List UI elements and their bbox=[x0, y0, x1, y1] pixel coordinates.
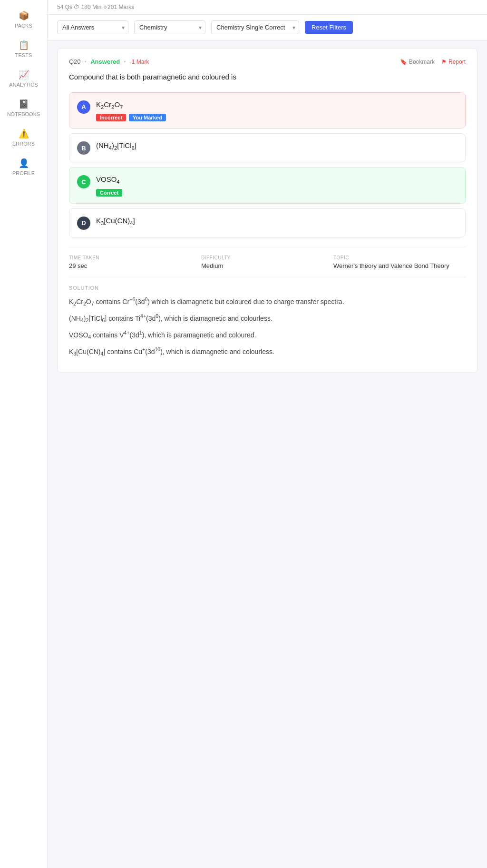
difficulty-label: DIFFICULTY bbox=[201, 255, 333, 260]
analytics-icon: 📈 bbox=[19, 69, 29, 80]
solution-line-1: K2Cr2O7 contains Cr+6(3d0) which is diam… bbox=[69, 296, 466, 308]
report-icon: ⚑ bbox=[441, 59, 447, 65]
time-taken-label: TIME TAKEN bbox=[69, 255, 201, 260]
topic-value: Werner's theory and Valence Bond Theory bbox=[333, 262, 466, 269]
solution-section: SOLUTION K2Cr2O7 contains Cr+6(3d0) whic… bbox=[69, 277, 466, 359]
bookmark-label: Bookmark bbox=[409, 59, 435, 65]
time-taken-value: 29 sec bbox=[69, 262, 201, 269]
report-label: Report bbox=[448, 59, 466, 65]
sidebar-item-packs-label: PACKS bbox=[15, 23, 32, 29]
option-a-circle: A bbox=[77, 100, 90, 114]
dot-separator-1: • bbox=[85, 58, 87, 65]
solution-line-2: (NH4)2[TiCl6] contains Ti4+(3d0), which … bbox=[69, 312, 466, 325]
you-marked-tag: You Marked bbox=[129, 114, 166, 121]
option-d-formula: K3[Cu(CN)4] bbox=[96, 216, 458, 227]
sidebar-item-errors-label: ERRORS bbox=[12, 141, 35, 147]
topic-stat: TOPIC Werner's theory and Valence Bond T… bbox=[333, 255, 466, 269]
option-a-formula: K2Cr2O7 bbox=[96, 99, 458, 111]
subject-filter[interactable]: Chemistry bbox=[134, 20, 205, 34]
difficulty-stat: DIFFICULTY Medium bbox=[201, 255, 333, 269]
question-meta: Q20 • Answered • -1 Mark 🔖 Bookmark ⚑ Re… bbox=[69, 58, 466, 65]
incorrect-tag: Incorrect bbox=[96, 114, 126, 121]
filter-bar: All Answers Chemistry Chemistry Single C… bbox=[48, 15, 487, 40]
option-d-row[interactable]: D K3[Cu(CN)4] bbox=[69, 208, 466, 237]
option-a-content: K2Cr2O7 Incorrect You Marked bbox=[96, 99, 458, 122]
solution-text: K2Cr2O7 contains Cr+6(3d0) which is diam… bbox=[69, 296, 466, 359]
report-button[interactable]: ⚑ Report bbox=[441, 59, 466, 65]
topic-label: TOPIC bbox=[333, 255, 466, 260]
stats-text: 54 Qs ⏱ 180 Min ◎ 201 Marks bbox=[57, 4, 134, 10]
mark-badge: -1 Mark bbox=[130, 59, 149, 65]
sidebar-item-notebooks[interactable]: 📓 NOTEBOOKS bbox=[0, 93, 47, 123]
option-c-content: VOSO4 Correct bbox=[96, 174, 458, 197]
sidebar-item-notebooks-label: NOTEBOOKS bbox=[7, 111, 40, 117]
tests-icon: 📋 bbox=[19, 40, 29, 50]
question-meta-left: Q20 • Answered • -1 Mark bbox=[69, 58, 149, 65]
main-content: 54 Qs ⏱ 180 Min ◎ 201 Marks All Answers … bbox=[48, 0, 487, 868]
stats-row: TIME TAKEN 29 sec DIFFICULTY Medium TOPI… bbox=[69, 247, 466, 269]
option-c-tags: Correct bbox=[96, 189, 458, 197]
solution-line-3: VOSO4 contains V4+(3d1), which is parama… bbox=[69, 329, 466, 342]
question-type-filter[interactable]: Chemistry Single Correct bbox=[211, 20, 299, 34]
header-bar: 54 Qs ⏱ 180 Min ◎ 201 Marks bbox=[48, 0, 487, 15]
sidebar-item-packs[interactable]: 📦 PACKS bbox=[0, 5, 47, 34]
option-c-formula: VOSO4 bbox=[96, 174, 458, 186]
option-b-content: (NH4)2[TiCl6] bbox=[96, 140, 458, 155]
option-a-row[interactable]: A K2Cr2O7 Incorrect You Marked bbox=[69, 92, 466, 129]
option-b-row[interactable]: B (NH4)2[TiCl6] bbox=[69, 133, 466, 162]
bookmark-icon: 🔖 bbox=[400, 59, 407, 65]
difficulty-value: Medium bbox=[201, 262, 333, 269]
correct-tag: Correct bbox=[96, 189, 122, 197]
sidebar-item-errors[interactable]: ⚠️ ERRORS bbox=[0, 123, 47, 152]
sidebar-item-analytics-label: ANALYTICS bbox=[9, 82, 38, 88]
option-d-circle: D bbox=[77, 217, 90, 230]
options-list: A K2Cr2O7 Incorrect You Marked B (NH4)2[ bbox=[69, 92, 466, 237]
meta-actions: 🔖 Bookmark ⚑ Report bbox=[400, 59, 466, 65]
question-type-filter-wrapper: Chemistry Single Correct bbox=[211, 20, 299, 34]
option-c-row[interactable]: C VOSO4 Correct bbox=[69, 167, 466, 204]
all-answers-filter[interactable]: All Answers bbox=[57, 20, 128, 34]
sidebar-item-analytics[interactable]: 📈 ANALYTICS bbox=[0, 64, 47, 93]
reset-filters-button[interactable]: Reset Filters bbox=[305, 21, 353, 34]
solution-label: SOLUTION bbox=[69, 285, 466, 291]
question-number: Q20 bbox=[69, 58, 81, 65]
header-stats: 54 Qs ⏱ 180 Min ◎ 201 Marks bbox=[57, 4, 134, 10]
question-card: Q20 • Answered • -1 Mark 🔖 Bookmark ⚑ Re… bbox=[57, 48, 477, 373]
sidebar-item-tests[interactable]: 📋 TESTS bbox=[0, 34, 47, 64]
question-text: Compound that is both paramagnetic and c… bbox=[69, 72, 466, 83]
sidebar: 📦 PACKS 📋 TESTS 📈 ANALYTICS 📓 NOTEBOOKS … bbox=[0, 0, 48, 868]
solution-line-4: K3[Cu(CN)4] contains Cu+(3d10), which is… bbox=[69, 345, 466, 358]
sidebar-item-profile-label: PROFILE bbox=[12, 170, 35, 176]
profile-icon: 👤 bbox=[19, 158, 29, 168]
bookmark-button[interactable]: 🔖 Bookmark bbox=[400, 59, 435, 65]
packs-icon: 📦 bbox=[19, 10, 29, 21]
time-taken-stat: TIME TAKEN 29 sec bbox=[69, 255, 201, 269]
answered-status: Answered bbox=[90, 58, 120, 65]
errors-icon: ⚠️ bbox=[19, 128, 29, 139]
option-b-circle: B bbox=[77, 141, 90, 155]
notebooks-icon: 📓 bbox=[19, 99, 29, 109]
all-answers-filter-wrapper: All Answers bbox=[57, 20, 128, 34]
option-a-tags: Incorrect You Marked bbox=[96, 114, 458, 121]
option-c-circle: C bbox=[77, 175, 90, 188]
option-b-formula: (NH4)2[TiCl6] bbox=[96, 140, 458, 152]
dot-separator-2: • bbox=[124, 58, 126, 65]
option-d-content: K3[Cu(CN)4] bbox=[96, 216, 458, 230]
sidebar-item-profile[interactable]: 👤 PROFILE bbox=[0, 152, 47, 182]
sidebar-item-tests-label: TESTS bbox=[15, 52, 32, 58]
subject-filter-wrapper: Chemistry bbox=[134, 20, 205, 34]
